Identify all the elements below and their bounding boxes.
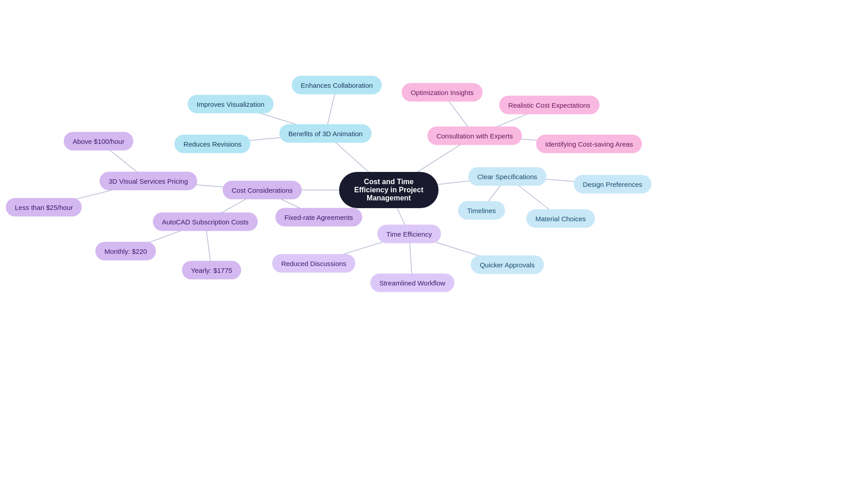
- node-realistic_cost[interactable]: Realistic Cost Expectations: [499, 96, 599, 114]
- node-enhances[interactable]: Enhances Collaboration: [292, 76, 382, 95]
- node-improves[interactable]: Improves Visualization: [188, 95, 274, 114]
- node-benefits[interactable]: Benefits of 3D Animation: [279, 124, 372, 143]
- node-reduced_discussions[interactable]: Reduced Discussions: [272, 254, 355, 273]
- node-streamlined[interactable]: Streamlined Workflow: [370, 274, 454, 292]
- node-time_efficiency[interactable]: Time Efficiency: [377, 225, 441, 243]
- node-design_pref[interactable]: Design Preferences: [574, 175, 651, 194]
- node-consultation[interactable]: Consultation with Experts: [427, 127, 522, 145]
- node-3d_pricing[interactable]: 3D Visual Services Pricing: [99, 172, 197, 190]
- node-cost_considerations[interactable]: Cost Considerations: [222, 181, 302, 200]
- node-material[interactable]: Material Choices: [526, 209, 595, 228]
- node-above100[interactable]: Above $100/hour: [64, 132, 133, 151]
- node-monthly[interactable]: Monthly: $220: [95, 242, 156, 261]
- node-clear_specs[interactable]: Clear Specifications: [468, 167, 547, 186]
- node-autocad[interactable]: AutoCAD Subscription Costs: [153, 213, 258, 231]
- node-yearly[interactable]: Yearly: $1775: [182, 261, 241, 280]
- node-optimization[interactable]: Optimization Insights: [401, 83, 482, 102]
- node-center[interactable]: Cost and Time Efficiency in Project Mana…: [339, 172, 439, 208]
- node-reduces[interactable]: Reduces Revisions: [175, 135, 250, 153]
- node-fixed_rate[interactable]: Fixed-rate Agreements: [275, 208, 362, 227]
- node-cost_saving[interactable]: Identifying Cost-saving Areas: [536, 135, 642, 153]
- mind-map: Cost and Time Efficiency in Project Mana…: [0, 0, 868, 490]
- node-timelines[interactable]: Timelines: [458, 201, 505, 220]
- node-less25[interactable]: Less than $25/hour: [6, 198, 82, 217]
- node-quicker[interactable]: Quicker Approvals: [471, 256, 544, 274]
